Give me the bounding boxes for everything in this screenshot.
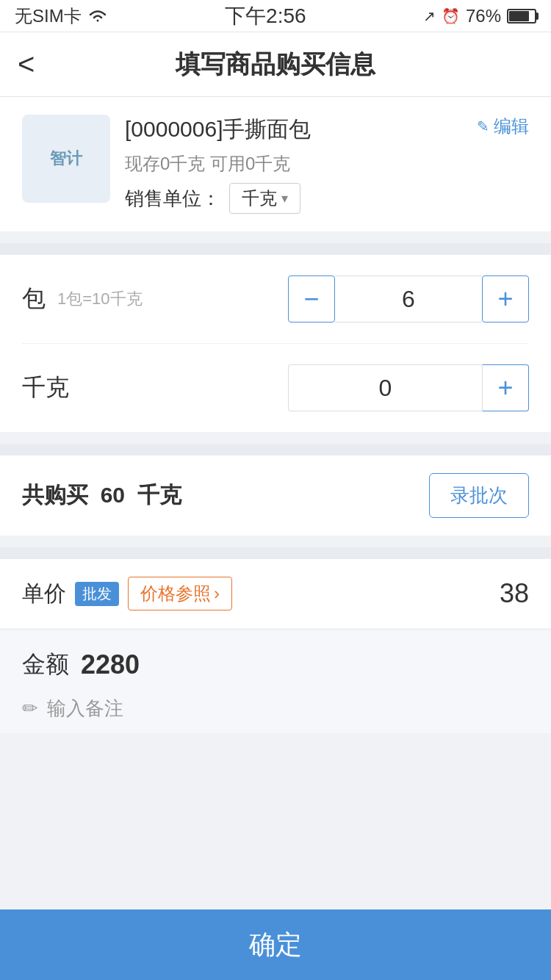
total-text: 共购买 60 千克 [22, 480, 181, 511]
bao-plus-button[interactable]: + [482, 275, 529, 323]
kg-stepper: 0 + [288, 364, 529, 411]
total-unit: 千克 [137, 483, 181, 507]
remark-placeholder: 输入备注 [47, 696, 123, 721]
price-ref-label: 价格参照 [140, 582, 211, 605]
total-label: 共购买 [22, 483, 88, 507]
product-info: [0000006]手撕面包 现存0千克 可用0千克 销售单位： 千克 ▾ [125, 115, 529, 214]
product-stock: 现存0千克 可用0千克 [125, 152, 529, 176]
product-card: 智计 [0000006]手撕面包 现存0千克 可用0千克 销售单位： 千克 ▾ … [0, 97, 551, 231]
battery-pct: 76% [466, 6, 501, 26]
page-title: 填写商品购买信息 [176, 48, 375, 82]
edit-label: 编辑 [494, 115, 529, 138]
status-carrier: 无SIM卡 [15, 4, 108, 28]
product-thumbnail: 智计 [22, 115, 110, 203]
total-value: 60 [101, 483, 125, 507]
price-value[interactable]: 38 [500, 578, 529, 609]
bao-stepper: − 6 + [288, 275, 529, 323]
amount-value: 2280 [81, 649, 140, 680]
product-logo: 智计 [50, 148, 82, 170]
bao-value[interactable]: 6 [335, 275, 482, 323]
kg-input-row: 千克 0 + [22, 344, 529, 432]
unit-label: 销售单位： [125, 186, 220, 212]
unit-dropdown-icon: ▾ [281, 190, 288, 206]
wifi-icon [87, 9, 108, 24]
edit-button[interactable]: ✎ 编辑 [477, 115, 529, 138]
price-label-group: 单价 批发 价格参照 › [22, 577, 232, 610]
pifa-badge: 批发 [75, 582, 119, 606]
status-right: ↗ ⏰ 76% [423, 6, 536, 26]
back-button[interactable]: < [18, 48, 35, 81]
bao-input-row: 包 1包=10千克 − 6 + [22, 255, 529, 344]
bao-label: 包 1包=10千克 [22, 283, 143, 315]
section-divider-2 [0, 444, 551, 455]
location-icon: ↗ [423, 7, 436, 25]
amount-row: 金额 2280 [22, 649, 529, 681]
kg-label: 千克 [22, 372, 69, 404]
amount-section: 金额 2280 ✏ 输入备注 [0, 631, 551, 733]
total-section: 共购买 60 千克 录批次 [0, 455, 551, 536]
battery-icon [507, 9, 536, 24]
status-bar: 无SIM卡 下午2:56 ↗ ⏰ 76% [0, 0, 551, 32]
batch-button[interactable]: 录批次 [429, 473, 529, 518]
bao-minus-button[interactable]: − [288, 275, 335, 323]
price-section: 单价 批发 价格参照 › 38 [0, 559, 551, 628]
amount-label: 金额 [22, 649, 69, 681]
bao-hint: 1包=10千克 [57, 288, 143, 310]
unit-select[interactable]: 千克 ▾ [229, 183, 300, 214]
alarm-icon: ⏰ [442, 7, 460, 25]
section-divider-1 [0, 243, 551, 255]
page-content: 智计 [0000006]手撕面包 现存0千克 可用0千克 销售单位： 千克 ▾ … [0, 97, 551, 980]
edit-icon: ✎ [477, 118, 489, 135]
price-row: 单价 批发 价格参照 › 38 [22, 577, 529, 610]
price-ref-arrow: › [214, 583, 220, 604]
carrier-text: 无SIM卡 [15, 4, 82, 28]
input-section: 包 1包=10千克 − 6 + 千克 0 + [0, 255, 551, 432]
confirm-button[interactable]: 确定 [0, 909, 551, 980]
nav-bar: < 填写商品购买信息 [0, 32, 551, 97]
pencil-icon: ✏ [22, 697, 38, 720]
kg-plus-button[interactable]: + [482, 364, 529, 411]
product-name: [0000006]手撕面包 [125, 115, 529, 145]
status-time: 下午2:56 [225, 2, 306, 30]
kg-value[interactable]: 0 [288, 364, 482, 411]
remark-row[interactable]: ✏ 输入备注 [22, 696, 529, 721]
price-ref-button[interactable]: 价格参照 › [128, 577, 232, 610]
price-label: 单价 [22, 579, 66, 609]
section-divider-3 [0, 547, 551, 559]
unit-value: 千克 [242, 187, 277, 210]
product-unit-row: 销售单位： 千克 ▾ [125, 183, 529, 214]
